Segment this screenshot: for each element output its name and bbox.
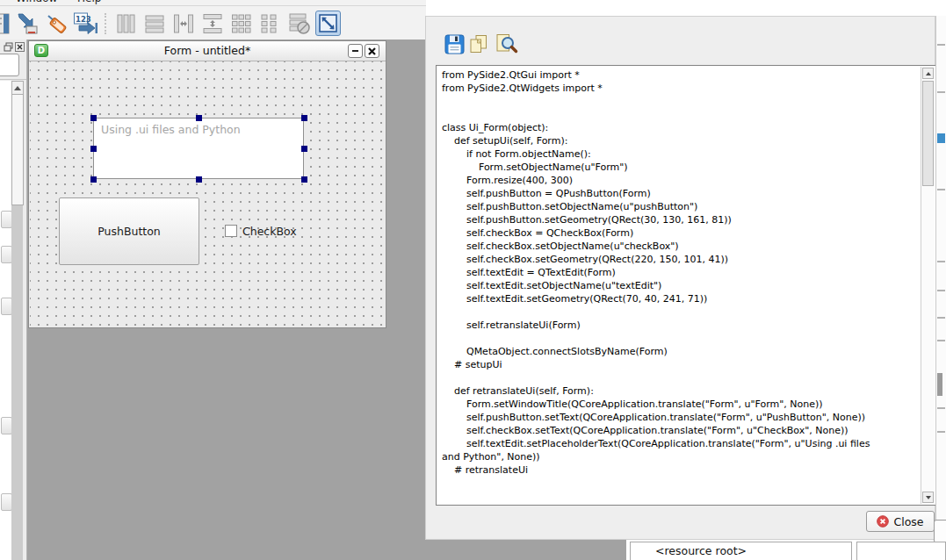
find-button[interactable] — [494, 32, 518, 55]
row-fragment — [937, 189, 945, 190]
edit-tab-order-button[interactable]: 123 — [73, 11, 98, 36]
row-fragment — [937, 340, 945, 341]
scroll-down-icon[interactable] — [922, 492, 934, 503]
layout-horizontally-splitter-button[interactable] — [170, 11, 196, 36]
selection-handle-n[interactable] — [196, 115, 202, 121]
row-fragment — [937, 431, 945, 433]
row-fragment — [937, 407, 945, 409]
close-button[interactable]: Close — [866, 511, 935, 532]
row-fragment — [937, 44, 945, 46]
copy-icon — [468, 34, 489, 54]
selected-row-fragment — [937, 133, 945, 143]
pushbutton-widget[interactable]: PushButton — [59, 197, 199, 265]
layout-vertically-splitter-icon — [202, 13, 223, 34]
form-minimize-button[interactable] — [348, 44, 363, 58]
dock-close-button[interactable] — [14, 41, 25, 52]
copy-button[interactable] — [466, 32, 491, 55]
widget-box-list[interactable] — [0, 81, 11, 560]
find-icon — [495, 33, 518, 55]
tab-order-badge: 123 — [76, 14, 91, 23]
layout-vertically-splitter-button[interactable] — [199, 11, 225, 36]
qt-designer-screen: Window Help — [0, 0, 946, 560]
save-button[interactable] — [442, 32, 466, 55]
selection-handle-e[interactable] — [301, 146, 307, 152]
layout-horizontally-splitter-icon — [173, 13, 194, 34]
row-fragment — [937, 91, 945, 93]
selection-handle-se[interactable] — [301, 176, 307, 183]
layout-horizontally-button[interactable] — [112, 11, 138, 36]
row-fragment — [937, 317, 945, 319]
layout-vertically-icon — [144, 13, 165, 34]
toolbar-separator — [105, 13, 106, 34]
form-window-title: Form - untitled* — [29, 44, 386, 57]
code-preview-dialog: from PySide2.QtGui import * from PySide2… — [425, 16, 935, 540]
edit-widgets-icon — [0, 12, 11, 35]
layout-form-button[interactable] — [257, 11, 283, 36]
break-layout-icon — [288, 12, 311, 35]
cropped-button — [934, 520, 946, 543]
float-icon — [4, 42, 13, 52]
form-designer-window: D Form - untitled* Using .ui files and P… — [29, 41, 386, 327]
scroll-up-icon[interactable] — [922, 68, 934, 79]
selection-handle-sw[interactable] — [90, 176, 97, 183]
row-fragment — [937, 261, 945, 262]
menu-window[interactable]: Window — [16, 0, 57, 4]
adjust-size-button[interactable] — [315, 11, 341, 36]
menubar: Window Help — [0, 0, 426, 6]
generated-code: from PySide2.QtGui import * from PySide2… — [442, 68, 870, 477]
dock-scrollbar[interactable] — [11, 81, 23, 560]
adjust-size-icon — [318, 13, 339, 34]
code-scrollbar-thumb[interactable] — [922, 81, 934, 186]
edit-signals-slots-icon — [15, 11, 39, 35]
edit-buddies-button[interactable] — [44, 11, 69, 36]
selection-handle-nw[interactable] — [90, 115, 97, 121]
form-close-button[interactable] — [365, 44, 379, 58]
minimize-icon — [352, 50, 358, 52]
selection-handle-w[interactable] — [90, 146, 97, 152]
scrollbar-fragment — [937, 373, 942, 396]
code-scrollbar[interactable] — [921, 67, 935, 504]
dock-scrollbar-thumb[interactable] — [11, 94, 24, 205]
resource-panel-fragment — [856, 542, 946, 560]
layout-grid-icon — [231, 13, 252, 34]
layout-form-icon — [260, 13, 281, 34]
layout-horizontally-icon — [115, 13, 136, 34]
selection-handle-s[interactable] — [196, 176, 202, 183]
close-icon — [15, 42, 25, 52]
selection-handle-ne[interactable] — [301, 115, 307, 121]
resource-root-item[interactable]: <resource root> — [630, 542, 852, 560]
edit-buddies-icon — [45, 11, 69, 36]
right-panel-edge — [935, 16, 946, 560]
widget-filter-input[interactable] — [0, 54, 19, 76]
textedit-widget[interactable]: Using .ui files and Python — [93, 118, 304, 179]
form-canvas[interactable]: Using .ui files and Python PushButton Ch… — [30, 61, 385, 327]
edit-tab-order-icon: 123 — [73, 11, 98, 36]
scroll-up-icon[interactable] — [11, 81, 24, 95]
checkbox-label: CheckBox — [242, 225, 297, 238]
save-icon — [444, 34, 465, 54]
mdi-area-bottom — [426, 540, 626, 560]
dock-float-button[interactable] — [3, 41, 13, 52]
edit-signals-slots-button[interactable] — [14, 11, 40, 36]
close-icon — [367, 47, 377, 56]
form-window-titlebar[interactable]: D Form - untitled* — [29, 41, 386, 61]
layout-vertically-button[interactable] — [141, 11, 167, 36]
menu-help[interactable]: Help — [77, 0, 101, 4]
close-button-label: Close — [893, 515, 923, 528]
code-editor[interactable]: from PySide2.QtGui import * from PySide2… — [436, 65, 936, 506]
break-layout-button[interactable] — [286, 11, 312, 36]
checkbox-widget[interactable] — [225, 225, 237, 237]
layout-grid-button[interactable] — [228, 11, 254, 36]
textedit-placeholder: Using .ui files and Python — [101, 123, 241, 136]
main-toolbar: Window Help — [0, 0, 426, 40]
row-fragment — [937, 290, 945, 291]
close-dialog-icon — [877, 515, 889, 528]
edit-widgets-button[interactable] — [0, 11, 11, 36]
widget-box-dock — [0, 39, 27, 560]
dock-separator — [0, 79, 26, 80]
